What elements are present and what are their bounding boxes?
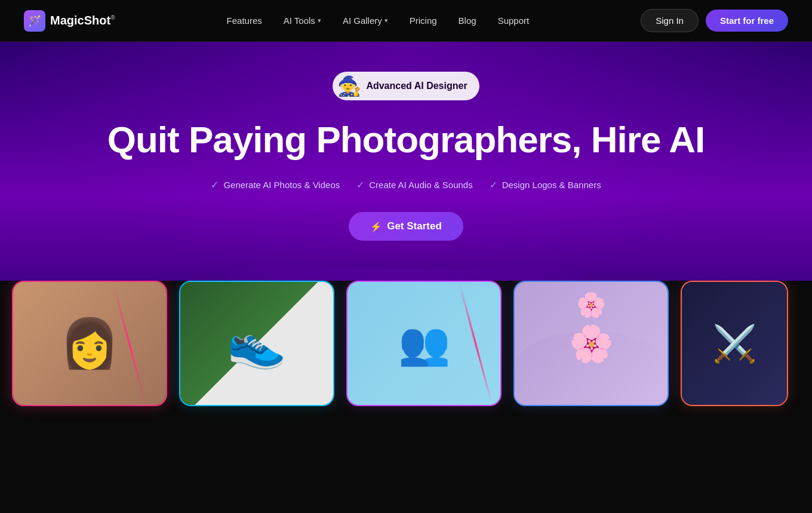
card-body: Anime Maker Try Now → xyxy=(347,405,500,406)
card-product-photography: AI Product Photography Try Now → xyxy=(179,281,334,406)
navbar: 🪄 MagicShot® Features AI Tools ▾ AI Gall… xyxy=(0,0,812,42)
lightning-icon: ⚡ xyxy=(370,221,382,232)
nav-actions: Sign In Start for free xyxy=(641,9,788,32)
card-image-avatar xyxy=(682,282,787,405)
chevron-down-icon: ▾ xyxy=(385,17,388,24)
hero-feature-logos: ✓ Design Logos & Banners xyxy=(490,179,601,191)
card-image-face xyxy=(13,282,166,405)
wizard-icon: 🧙 xyxy=(337,76,361,96)
card-body: AI Product Photography Try Now → xyxy=(180,405,333,406)
get-started-button[interactable]: ⚡ Get Started xyxy=(349,212,463,241)
card-face-enhancer: Face Enhancer Try Now → xyxy=(12,281,167,406)
card-avatar-generator: AI Avatar Generator Try Now → xyxy=(681,281,788,406)
hero-features: ✓ Generate AI Photos & Videos ✓ Create A… xyxy=(211,179,601,191)
card-anime-maker: Anime Maker Try Now → xyxy=(346,281,502,406)
card-image-shoe xyxy=(180,282,333,405)
logo[interactable]: 🪄 MagicShot® xyxy=(24,10,115,32)
check-icon: ✓ xyxy=(211,179,219,191)
hero-section: 🧙 Advanced AI Designer Quit Paying Photo… xyxy=(0,42,812,299)
check-icon: ✓ xyxy=(356,179,364,191)
nav-ai-gallery[interactable]: AI Gallery ▾ xyxy=(334,11,396,30)
chevron-down-icon: ▾ xyxy=(318,17,321,24)
card-image-anime xyxy=(347,282,500,405)
card-image-photo: 🌸 xyxy=(515,282,668,405)
hero-feature-photos: ✓ Generate AI Photos & Videos xyxy=(211,179,340,191)
check-icon: ✓ xyxy=(490,179,497,191)
logo-icon: 🪄 xyxy=(24,10,45,32)
badge-label: Advanced AI Designer xyxy=(366,81,467,91)
start-free-button[interactable]: Start for free xyxy=(706,10,788,32)
nav-pricing[interactable]: Pricing xyxy=(401,11,445,30)
card-body: AI Photo Generator Try Now → xyxy=(515,405,668,406)
logo-text: MagicShot® xyxy=(50,14,115,27)
card-body: Face Enhancer Try Now → xyxy=(13,405,166,406)
decorative-line xyxy=(112,284,146,403)
hero-badge: 🧙 Advanced AI Designer xyxy=(333,72,479,100)
nav-ai-tools[interactable]: AI Tools ▾ xyxy=(275,11,330,30)
card-photo-generator: 🌸 AI Photo Generator Try Now → xyxy=(513,281,669,406)
sign-in-button[interactable]: Sign In xyxy=(641,9,699,32)
decorative-line xyxy=(459,284,492,403)
cards-section: Face Enhancer Try Now → AI Product Photo… xyxy=(0,281,812,430)
nav-support[interactable]: Support xyxy=(490,11,538,30)
hero-feature-audio: ✓ Create AI Audio & Sounds xyxy=(356,179,472,191)
card-body: AI Avatar Generator Try Now → xyxy=(682,405,787,406)
nav-blog[interactable]: Blog xyxy=(450,11,485,30)
nav-features[interactable]: Features xyxy=(219,11,270,30)
hero-title: Quit Paying Photographers, Hire AI xyxy=(107,119,705,160)
nav-links: Features AI Tools ▾ AI Gallery ▾ Pricing… xyxy=(219,11,538,30)
